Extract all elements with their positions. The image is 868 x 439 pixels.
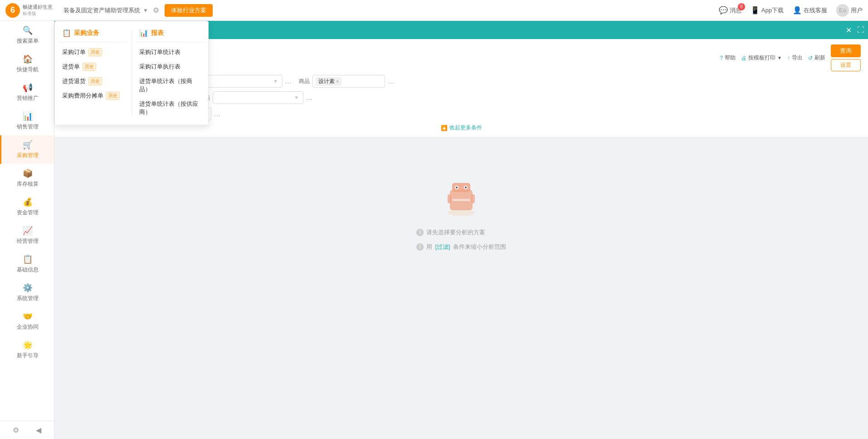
refresh-label: 刷新 [814,54,825,62]
sidebar-item-finance-label: 资金管理 [17,209,39,217]
service-icon: 👤 [793,6,802,15]
tab-maximize-icon[interactable]: ⛶ [857,26,864,34]
order-status-dots[interactable]: ... [285,78,292,85]
empty-step2: 2 用[过滤]条件来缩小分析范围 [416,241,506,253]
sidebar-item-finance[interactable]: 💰 资金管理 [0,192,54,221]
sidebar-settings-icon[interactable]: ⚙ [13,426,19,434]
sidebar-item-enterprise-label: 企业协同 [17,323,39,331]
sidebar-item-basic-info[interactable]: 📋 基础信息 [0,250,54,278]
marketing-icon: 📢 [23,83,33,93]
home-icon: 🏠 [23,54,33,64]
purchase-cost-history: 历史 [106,92,120,100]
enterprise-icon: 🤝 [23,311,33,321]
user-label: 用户 [851,6,863,15]
print-dropdown-icon[interactable]: ▼ [777,55,782,60]
empty-svg [439,174,484,219]
user-button[interactable]: Ea 用户 [836,4,863,17]
settings-icon[interactable]: ⚙ [153,6,159,15]
dropdown-item-purchase-cost[interactable]: 采购费用分摊单 历史 [59,89,128,103]
sidebar-collapse-icon[interactable]: ◀ [36,426,41,434]
app-icon: 📱 [751,6,760,15]
sidebar-item-sales-label: 销售管理 [17,123,39,131]
step1-text: 请先选择要分析的方案 [426,227,485,238]
app-download-button[interactable]: 📱 App下载 [751,6,784,15]
goods-input[interactable]: 设计素 × [312,75,385,88]
logo-line2: 标准版 [23,10,53,17]
sidebar-item-stock[interactable]: 📦 库存核算 [0,164,54,192]
dropdown-item-report-order-stat[interactable]: 采购订单统计表 [136,45,205,59]
purchase-dropdown-menu: 📋 采购业务 采购订单 历史 进货单 历史 进货退货 历史 采购费用分摊单 历史… [54,21,209,125]
messages-badge: 9 [738,3,745,10]
goods-tag-close[interactable]: × [336,79,339,84]
salesman-dots[interactable]: ... [306,94,313,101]
report-col-icon: 📊 [139,29,148,37]
sidebar: 🔍 搜索菜单 🏠 快捷导航 📢 营销推广 📊 销售管理 🛒 采购管理 📦 库存核… [0,21,54,439]
svg-rect-8 [448,194,451,203]
sidebar-item-search[interactable]: 🔍 搜索菜单 [0,21,54,49]
report-receive-supplier-label: 进货单统计表（按供应商） [139,100,201,116]
sidebar-item-purchase[interactable]: 🛒 采购管理 [0,135,54,164]
sidebar-item-guide[interactable]: 🌟 新手引导 [0,335,54,364]
search-icon: 🔍 [23,25,33,35]
refresh-button[interactable]: ↺ 刷新 [808,54,825,62]
export-button[interactable]: ↑ 导出 [787,54,803,62]
print-icon: 🖨 [741,55,746,61]
query-button[interactable]: 查询 [831,44,861,57]
sidebar-item-system[interactable]: ⚙️ 系统管理 [0,278,54,307]
help-button[interactable]: ? 帮助 [720,54,736,62]
help-label: 帮助 [725,54,736,62]
svg-rect-7 [452,199,470,201]
tab-bar-right: ✕ ⛶ [846,26,864,35]
sidebar-item-system-label: 系统管理 [17,295,39,302]
sidebar-item-enterprise[interactable]: 🤝 企业协同 [0,307,54,335]
export-label: 导出 [792,54,803,62]
sidebar-item-guide-label: 新手引导 [17,352,39,360]
messages-button[interactable]: 💬 消息 9 [719,6,741,15]
empty-state: 1 请先选择要分析的方案 2 用[过滤]条件来缩小分析范围 [54,138,868,289]
logo-line1: 畅捷通好生意 [23,4,53,10]
online-service-button[interactable]: 👤 在线客服 [793,6,827,15]
operations-icon: 📈 [23,226,33,236]
system-dropdown-arrow[interactable]: ▼ [143,7,148,14]
empty-step1: 1 请先选择要分析的方案 [416,227,506,238]
report-col: 📊 报表 采购订单统计表 采购订单执行表 进货单统计表（按商品） 进货单统计表（… [132,27,209,119]
refresh-icon: ↺ [808,55,813,61]
basic-info-icon: 📋 [23,254,33,264]
sidebar-item-operations[interactable]: 📈 经营管理 [0,221,54,250]
user-avatar: Ea [836,4,849,17]
sidebar-item-marketing[interactable]: 📢 营销推广 [0,78,54,107]
sidebar-item-marketing-label: 营销推广 [17,94,39,102]
online-service-label: 在线客服 [804,6,827,15]
sidebar-item-operations-label: 经营管理 [17,237,39,245]
tab-window-close-icon[interactable]: ✕ [846,26,852,35]
purchase-order-history: 历史 [88,48,102,56]
collapse-button[interactable]: 🔼 收起更多条件 [441,124,482,132]
goods-dots[interactable]: ... [388,78,395,85]
dropdown-item-purchase-order[interactable]: 采购订单 历史 [59,45,128,59]
set-button[interactable]: 设置 [831,59,861,71]
system-title-text: 装备及固定资产辅助管理系统 [63,6,140,15]
dropdown-item-report-receive-supplier[interactable]: 进货单统计表（按供应商） [136,97,205,119]
report-col-title: 📊 报表 [136,27,205,42]
message-icon: 💬 [719,6,728,15]
print-button[interactable]: 🖨 按模板打印 ▼ [741,54,782,62]
trial-button[interactable]: 体验行业方案 [165,4,213,17]
goods-tag-text: 设计素 [318,78,335,85]
dropdown-item-report-order-exec[interactable]: 采购订单执行表 [136,59,205,74]
sidebar-item-stock-label: 库存核算 [17,180,39,188]
report-order-exec-label: 采购订单执行表 [139,63,180,71]
sidebar-item-purchase-label: 采购管理 [17,152,39,159]
dropdown-item-purchase-return[interactable]: 进货退货 历史 [59,74,128,89]
salesman-select[interactable]: ▼ [213,91,303,104]
dropdown-item-purchase-receive[interactable]: 进货单 历史 [59,59,128,74]
step2-text: 用[过滤]条件来缩小分析范围 [426,241,506,253]
stock-icon: 📦 [23,168,33,178]
sidebar-footer: ⚙ ◀ [0,421,54,439]
customer-dots[interactable]: ... [214,110,221,118]
dropdown-item-report-receive-goods[interactable]: 进货单统计表（按商品） [136,74,205,97]
sidebar-item-sales[interactable]: 📊 销售管理 [0,107,54,135]
goods-label: 商品 [299,78,310,85]
step2-num: 2 [416,243,424,251]
sidebar-item-quick-nav[interactable]: 🏠 快捷导航 [0,49,54,78]
system-title-area: 装备及固定资产辅助管理系统 ▼ ⚙ [63,6,159,15]
